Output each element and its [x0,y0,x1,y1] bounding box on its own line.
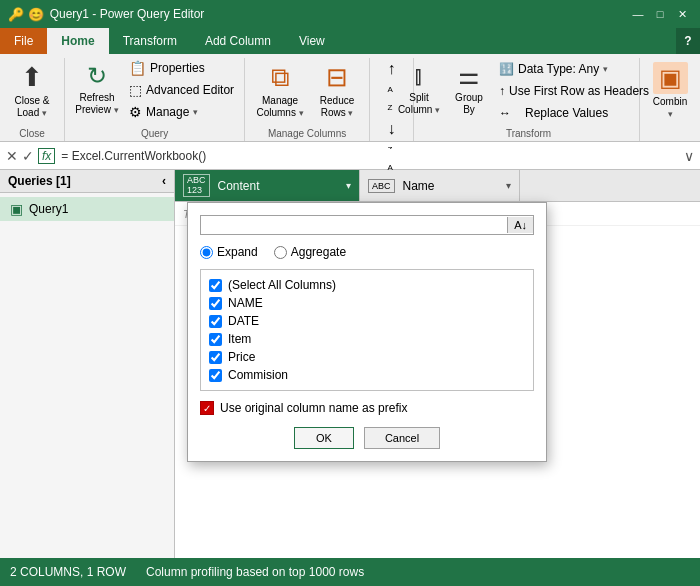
radio-aggregate-label: Aggregate [291,245,346,259]
dialog-search-btn[interactable]: A↓ [507,217,533,233]
checkbox-commision-input[interactable] [209,369,222,382]
queries-header: Queries [1] ‹ [0,170,174,193]
dialog-prefix: ✓ Use original column name as prefix [200,401,534,415]
close-load-label: Close &Load ▾ [14,95,49,119]
group-by-label: GroupBy [455,92,483,116]
checkbox-date-input[interactable] [209,315,222,328]
manage-columns-label: ManageColumns ▾ [256,95,303,119]
formula-expand-icon[interactable]: ∨ [684,148,694,164]
transform-content: ⫿ SplitColumn ▾ ⚌ GroupBy 🔢 Data Type: A… [395,58,662,128]
ribbon-close-content: ⬆ Close &Load ▾ [6,58,58,128]
replace-values-btn[interactable]: ↔ Replace Values [495,104,662,122]
dialog-checkboxes: (Select All Columns) NAME DATE Item [200,269,534,391]
group-by-btn[interactable]: ⚌ GroupBy [445,58,493,120]
tab-transform[interactable]: Transform [109,28,191,54]
use-first-row-btn[interactable]: ↑ Use First Row as Headers ▾ [495,82,662,100]
formula-icons: ✕ ✓ fx [6,148,55,164]
tab-view[interactable]: View [285,28,339,54]
radio-expand-label: Expand [217,245,258,259]
queries-panel: Queries [1] ‹ ▣ Query1 [0,170,175,558]
checkbox-name-input[interactable] [209,297,222,310]
title-bar: 🔑 😊 Query1 - Power Query Editor — □ ✕ [0,0,700,28]
status-profiling: Column profiling based on top 1000 rows [146,565,364,579]
data-area: ABC123 Content ▾ ABC Name ▾ Table Table2 [175,170,700,558]
combine-btn[interactable]: ▣ Combin▾ [643,58,697,124]
radio-expand-input[interactable] [200,246,213,259]
combine-label: Combin▾ [653,96,687,120]
checkbox-commision: Commision [209,366,525,384]
tab-home[interactable]: Home [47,28,108,54]
status-bar: 2 COLUMNS, 1 ROW Column profiling based … [0,558,700,586]
minimize-btn[interactable]: — [628,4,648,24]
checkbox-select-all-input[interactable] [209,279,222,292]
advanced-editor-btn[interactable]: ⬚ Advanced Editor [125,80,238,100]
close-load-btn[interactable]: ⬆ Close &Load ▾ [6,58,58,123]
dialog-radio-group: Expand Aggregate [200,245,534,259]
data-type-btn[interactable]: 🔢 Data Type: Any ▾ [495,60,662,78]
manage-columns-icon: ⧉ [271,62,290,93]
query-actions-col: 📋 Properties ⬚ Advanced Editor ⚙ Manage … [125,58,238,122]
manage-columns-btn[interactable]: ⧉ ManageColumns ▾ [251,58,309,123]
maximize-btn[interactable]: □ [650,4,670,24]
query-item-label: Query1 [29,202,68,216]
checkbox-item-input[interactable] [209,333,222,346]
formula-cancel-icon[interactable]: ✕ [6,148,18,164]
cancel-button[interactable]: Cancel [364,427,440,449]
ribbon-query-content: ↻ RefreshPreview ▾ 📋 Properties ⬚ Advanc… [71,58,238,128]
tab-file[interactable]: File [0,28,47,54]
dialog-search-input[interactable] [201,216,507,234]
ribbon-group-query: ↻ RefreshPreview ▾ 📋 Properties ⬚ Advanc… [65,58,245,141]
radio-expand[interactable]: Expand [200,245,258,259]
ribbon-group-transform: ⫿ SplitColumn ▾ ⚌ GroupBy 🔢 Data Type: A… [414,58,640,141]
queries-list: ▣ Query1 [0,193,174,225]
combine-content: ▣ Combin▾ [643,58,697,139]
dialog-buttons: OK Cancel [200,427,534,449]
formula-fx-icon[interactable]: fx [38,148,55,164]
query-item-icon: ▣ [10,201,23,217]
split-column-icon: ⫿ [413,62,425,90]
expand-dialog: A↓ Expand Aggregate [187,202,547,462]
checkbox-price-input[interactable] [209,351,222,364]
reduce-rows-label: ReduceRows ▾ [320,95,354,119]
main-content: Queries [1] ‹ ▣ Query1 ABC123 Content ▾ … [0,170,700,558]
help-btn[interactable]: ? [676,28,700,54]
manage-label: Manage [146,105,189,119]
checkbox-date-label: DATE [228,314,259,328]
title-bar-controls: — □ ✕ [628,4,692,24]
title-bar-title: Query1 - Power Query Editor [50,7,205,21]
checkbox-select-all: (Select All Columns) [209,276,525,294]
close-btn[interactable]: ✕ [672,4,692,24]
ribbon-group-close: ⬆ Close &Load ▾ Close [0,58,65,141]
transform-group-label: Transform [506,128,551,141]
reduce-rows-btn[interactable]: ⊟ ReduceRows ▾ [311,58,363,123]
dialog-search: A↓ [200,215,534,235]
data-type-label: Data Type: Any [518,62,599,76]
manage-btn[interactable]: ⚙ Manage ▾ [125,102,238,122]
prefix-checkbox[interactable]: ✓ [200,401,214,415]
queries-collapse-btn[interactable]: ‹ [162,174,166,188]
formula-confirm-icon[interactable]: ✓ [22,148,34,164]
status-columns: 2 COLUMNS, 1 ROW [10,565,126,579]
checkbox-name: NAME [209,294,525,312]
ribbon-tabs: File Home Transform Add Column View ? [0,28,700,54]
query-item[interactable]: ▣ Query1 [0,197,174,221]
manage-arrow: ▾ [193,107,198,117]
properties-icon: 📋 [129,60,146,76]
app-icons: 🔑 😊 [8,7,44,22]
tab-add-column[interactable]: Add Column [191,28,285,54]
radio-aggregate[interactable]: Aggregate [274,245,346,259]
title-bar-left: 🔑 😊 Query1 - Power Query Editor [8,7,204,22]
data-type-arrow: ▾ [603,64,608,74]
properties-btn[interactable]: 📋 Properties [125,58,238,78]
ok-button[interactable]: OK [294,427,354,449]
formula-input[interactable] [61,149,678,163]
queries-header-label: Queries [1] [8,174,71,188]
data-type-icon: 🔢 [499,62,514,76]
ribbon-group-manage-cols: ⧉ ManageColumns ▾ ⊟ ReduceRows ▾ Manage … [245,58,370,141]
checkbox-price: Price [209,348,525,366]
radio-aggregate-input[interactable] [274,246,287,259]
refresh-label: RefreshPreview ▾ [75,92,118,116]
replace-values-label: Replace Values [515,106,608,120]
refresh-preview-btn[interactable]: ↻ RefreshPreview ▾ [71,58,123,120]
split-column-btn[interactable]: ⫿ SplitColumn ▾ [395,58,443,120]
